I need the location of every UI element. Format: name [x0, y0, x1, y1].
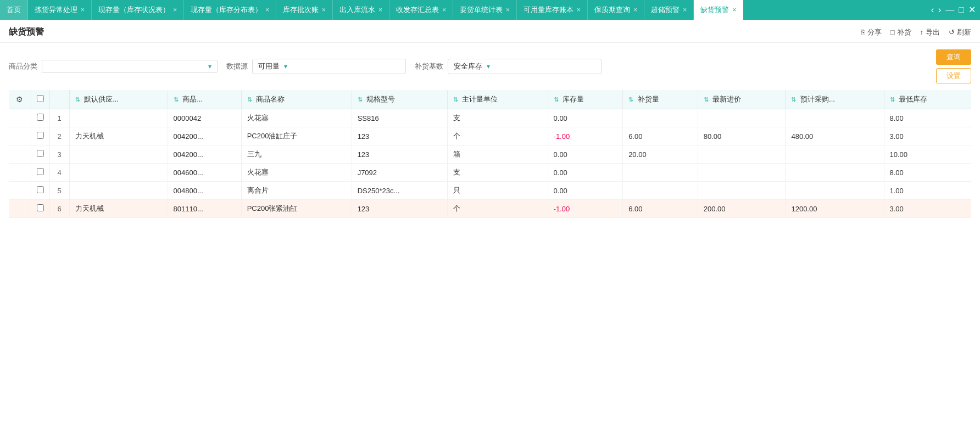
tab-close-expiry-query[interactable]: × — [633, 6, 637, 14]
replenish-sort-icon: ⇅ — [628, 96, 633, 103]
tab-batch-account[interactable]: 库存批次账 × — [276, 0, 333, 20]
tab-close-abnormal[interactable]: × — [81, 6, 85, 14]
row-gear-cell — [9, 182, 31, 200]
tab-inventory-dist[interactable]: 现存量（库存分布表） × — [184, 0, 276, 20]
row-unit: 箱 — [447, 145, 548, 164]
settings-button[interactable]: 设置 — [936, 68, 971, 83]
row-replenish — [623, 109, 698, 127]
row-unit: 只 — [447, 182, 548, 200]
tab-overstock[interactable]: 超储预警 × — [644, 0, 694, 20]
select-all-checkbox[interactable] — [37, 95, 44, 102]
row-seq: 1 — [49, 109, 69, 127]
tab-close-available-ledger[interactable]: × — [577, 6, 581, 14]
tab-close-inventory-dist[interactable]: × — [265, 6, 269, 14]
window-maximize-btn[interactable]: □ — [956, 0, 966, 20]
row-latest-price — [698, 182, 786, 200]
col-stock[interactable]: ⇅ 库存量 — [548, 90, 623, 109]
row-replenish — [623, 164, 698, 182]
row-est-purchase — [786, 164, 884, 182]
col-latest-price[interactable]: ⇅ 最新进价 — [698, 90, 786, 109]
table-container: ⚙ ⇅ 默认供应... ⇅ 商品... ⇅ — [0, 90, 980, 227]
row-replenish: 20.00 — [623, 145, 698, 164]
col-supplier[interactable]: ⇅ 默认供应... — [69, 90, 168, 109]
refresh-icon: ↺ — [949, 28, 955, 36]
row-latest-price — [698, 109, 786, 127]
tab-close-order-stats[interactable]: × — [506, 6, 510, 14]
col-est-purchase[interactable]: ⇅ 预计采购... — [786, 90, 884, 109]
tab-inventory-status[interactable]: 现存量（库存状况表） × — [92, 0, 184, 20]
spec-sort-icon: ⇅ — [358, 96, 363, 103]
row-checkbox-cell — [31, 200, 49, 218]
row-checkbox-6[interactable] — [37, 204, 44, 211]
table-body: 1 0000042 火花塞 SS816 支 0.00 8.00 2 力天机械 0… — [9, 109, 971, 218]
tab-close-inout-flow[interactable]: × — [378, 6, 382, 14]
col-replenish[interactable]: ⇅ 补货量 — [623, 90, 698, 109]
row-name: 火花塞 — [241, 164, 352, 182]
row-name: 火花塞 — [241, 109, 352, 127]
datasource-select[interactable]: 可用量 ▾ — [252, 59, 406, 74]
col-min-stock[interactable]: ⇅ 最低库存 — [884, 90, 971, 109]
row-spec: 123 — [352, 127, 447, 145]
tab-scroll-left-btn[interactable]: ‹ — [929, 0, 936, 20]
datasource-label: 数据源 — [226, 61, 248, 71]
row-checkbox-2[interactable] — [37, 132, 44, 139]
row-supplier — [69, 182, 168, 200]
tab-receive-summary[interactable]: 收发存汇总表 × — [389, 0, 453, 20]
col-gear: ⚙ — [9, 90, 31, 109]
row-name: PC200张紧油缸 — [241, 200, 352, 218]
replenish-base-select[interactable]: 安全库存 ▾ — [448, 59, 602, 74]
share-button[interactable]: ⎘ 分享 — [861, 27, 882, 37]
col-code[interactable]: ⇅ 商品... — [168, 90, 241, 109]
row-checkbox-4[interactable] — [37, 168, 44, 175]
tab-close-receive-summary[interactable]: × — [442, 6, 446, 14]
window-close-btn[interactable]: ✕ — [966, 0, 978, 20]
row-stock: 0.00 — [548, 164, 623, 182]
row-code: 004200... — [168, 145, 241, 164]
row-checkbox-3[interactable] — [37, 150, 44, 157]
row-replenish: 6.00 — [623, 200, 698, 218]
replenish-base-value: 安全库存 — [454, 61, 482, 71]
row-min-stock: 1.00 — [884, 182, 971, 200]
tab-close-inventory-status[interactable]: × — [173, 6, 177, 14]
tab-shortage[interactable]: 缺货预警 × — [694, 0, 743, 20]
row-est-purchase — [786, 109, 884, 127]
row-code: 004600... — [168, 164, 241, 182]
tab-close-overstock[interactable]: × — [683, 6, 687, 14]
category-select[interactable]: ▾ — [42, 60, 218, 73]
tab-available-ledger[interactable]: 可用量库存账本 × — [517, 0, 588, 20]
row-spec: 123 — [352, 200, 447, 218]
row-seq: 6 — [49, 200, 69, 218]
col-unit[interactable]: ⇅ 主计量单位 — [447, 90, 548, 109]
export-button[interactable]: ↑ 导出 — [920, 27, 940, 37]
tab-inout-flow[interactable]: 出入库流水 × — [333, 0, 389, 20]
table-row: 1 0000042 火花塞 SS816 支 0.00 8.00 — [9, 109, 971, 127]
row-checkbox-cell — [31, 145, 49, 164]
datasource-chevron-icon: ▾ — [284, 63, 287, 70]
tab-scroll-right-btn[interactable]: › — [936, 0, 943, 20]
row-supplier: 力天机械 — [69, 127, 168, 145]
page-header: 缺货预警 ⎘ 分享 □ 补货 ↑ 导出 ↺ 刷新 — [0, 20, 980, 43]
row-est-purchase: 1200.00 — [786, 200, 884, 218]
col-name[interactable]: ⇅ 商品名称 — [241, 90, 352, 109]
window-minimize-btn[interactable]: — — [943, 0, 956, 20]
row-checkbox-1[interactable] — [37, 114, 44, 121]
tab-home[interactable]: 首页 — [0, 0, 28, 20]
row-supplier — [69, 109, 168, 127]
replenish-button[interactable]: □ 补货 — [890, 27, 911, 37]
gear-settings-btn[interactable]: ⚙ — [16, 95, 23, 104]
refresh-button[interactable]: ↺ 刷新 — [949, 27, 971, 37]
category-chevron-icon: ▾ — [208, 63, 211, 70]
col-spec[interactable]: ⇅ 规格型号 — [352, 90, 447, 109]
tab-close-batch-account[interactable]: × — [322, 6, 326, 14]
row-code: 004800... — [168, 182, 241, 200]
table-row: 5 004800... 离合片 DS250*23c... 只 0.00 1.00 — [9, 182, 971, 200]
row-seq: 3 — [49, 145, 69, 164]
tab-abnormal[interactable]: 拣货异常处理 × — [28, 0, 92, 20]
table-row: 2 力天机械 004200... PC200油缸庄子 123 个 -1.00 6… — [9, 127, 971, 145]
tab-close-shortage[interactable]: × — [732, 6, 736, 14]
filter-area: 商品分类 ▾ 数据源 可用量 ▾ 补货基数 安全库存 ▾ 查询 设置 — [0, 43, 980, 90]
row-checkbox-5[interactable] — [37, 186, 44, 193]
query-button[interactable]: 查询 — [936, 49, 971, 65]
tab-expiry-query[interactable]: 保质期查询 × — [588, 0, 644, 20]
tab-order-stats[interactable]: 要货单统计表 × — [453, 0, 517, 20]
